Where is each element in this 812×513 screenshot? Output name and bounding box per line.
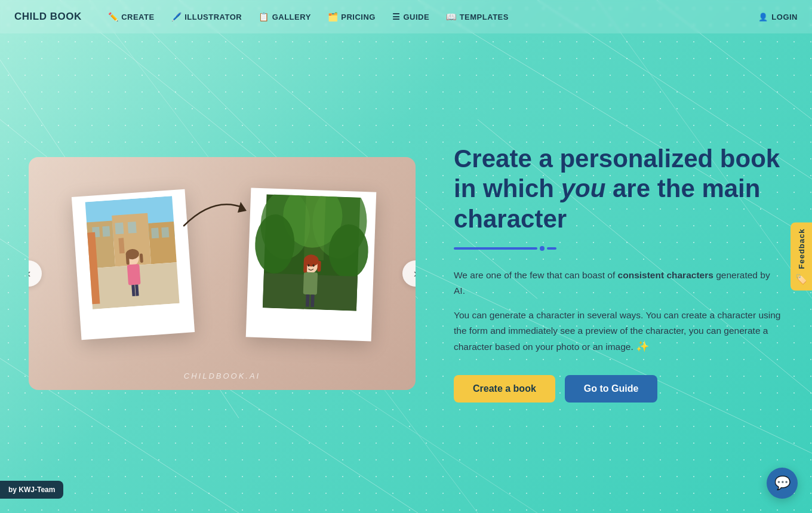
svg-rect-45 [303, 272, 318, 294]
chat-icon: 💬 [774, 475, 791, 491]
carousel-watermark: CHILDBOOK.AI [184, 371, 260, 380]
hero-desc-2: You can generate a character in several … [454, 308, 783, 356]
create-icon: ✏️ [108, 12, 119, 21]
divider-small [547, 247, 556, 250]
feedback-sidebar[interactable]: Feedback 🏷️ [791, 222, 812, 291]
create-book-button[interactable]: Create a book [454, 375, 555, 403]
svg-rect-21 [128, 222, 137, 234]
nav-logo: CHILD BOOK [14, 11, 82, 23]
login-icon: 👤 [758, 13, 768, 21]
gallery-icon: 📋 [259, 12, 269, 21]
photo-venice [78, 195, 187, 309]
nav-link-guide[interactable]: ☰ GUIDE [385, 8, 436, 25]
illustrator-icon: 🖊️ [171, 12, 182, 21]
svg-rect-25 [161, 227, 169, 238]
divider-bar [454, 247, 537, 250]
templates-icon: 📖 [446, 12, 457, 21]
hero-section: CHILDBOOK.AI ‹ › Create a personalized b… [0, 33, 812, 513]
svg-rect-49 [303, 260, 307, 272]
svg-rect-24 [151, 228, 159, 238]
svg-rect-47 [310, 294, 314, 307]
sparkle-icon: ✨ [636, 338, 649, 356]
kwj-badge: by KWJ-Team [0, 481, 63, 499]
svg-marker-35 [238, 202, 247, 213]
divider-dot [540, 246, 545, 251]
chat-button[interactable]: 💬 [767, 468, 798, 499]
go-to-guide-button[interactable]: Go to Guide [565, 375, 658, 403]
hero-desc-1: We are one of the few that can boast of … [454, 268, 783, 298]
nav-links: ✏️ CREATE 🖊️ ILLUSTRATOR 📋 GALLERY 🗂️ PR… [101, 8, 758, 25]
svg-rect-28 [127, 263, 141, 285]
polaroid-2 [246, 188, 377, 341]
hero-title: Create a personalized book in which you … [454, 144, 783, 234]
svg-rect-50 [317, 260, 321, 271]
navbar: CHILD BOOK ✏️ CREATE 🖊️ ILLUSTRATOR 📋 GA… [0, 0, 812, 33]
nav-link-create[interactable]: ✏️ CREATE [101, 8, 162, 25]
carousel: CHILDBOOK.AI ‹ › [29, 157, 416, 390]
svg-rect-20 [115, 222, 124, 234]
guide-icon: ☰ [392, 12, 401, 21]
arrow-curve [178, 190, 250, 240]
login-button[interactable]: 👤 LOGIN [758, 13, 798, 21]
hero-buttons: Create a book Go to Guide [454, 375, 783, 403]
pricing-icon: 🗂️ [328, 12, 339, 21]
nav-link-templates[interactable]: 📖 TEMPLATES [439, 8, 516, 25]
nav-link-gallery[interactable]: 📋 GALLERY [251, 8, 318, 25]
photo-forest [253, 193, 370, 311]
svg-rect-18 [102, 226, 110, 236]
nav-link-pricing[interactable]: 🗂️ PRICING [321, 8, 383, 25]
hero-content: Create a personalized book in which you … [444, 144, 783, 403]
hero-divider [454, 246, 783, 251]
svg-rect-46 [306, 294, 309, 306]
svg-rect-42 [304, 195, 326, 260]
feedback-tag-icon: 🏷️ [795, 274, 807, 285]
polaroid-1 [72, 189, 195, 340]
carousel-inner [29, 157, 416, 390]
feedback-label: Feedback [797, 228, 806, 269]
nav-link-illustrator[interactable]: 🖊️ ILLUSTRATOR [164, 8, 250, 25]
